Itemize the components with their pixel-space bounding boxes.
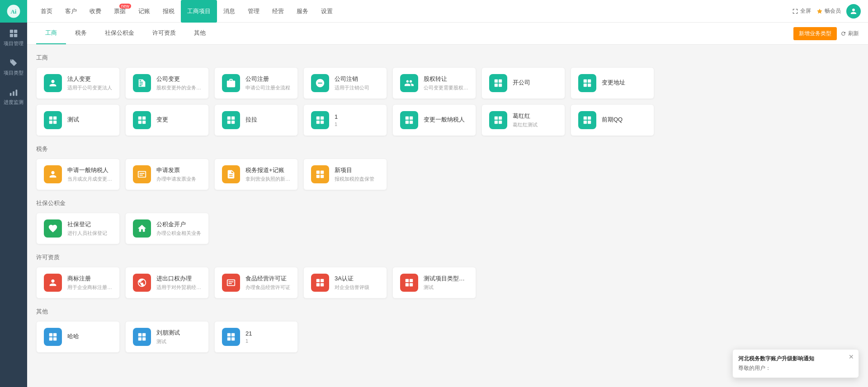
svg-rect-59 — [406, 283, 409, 286]
svg-rect-38 — [499, 117, 502, 120]
card-change-address[interactable]: 变更地址 — [571, 67, 654, 99]
tab-xuke[interactable]: 许可资质 — [143, 23, 185, 44]
card-info-mahonghong: 葛红红 葛红红测试 — [513, 112, 557, 128]
card-lala[interactable]: 拉拉 — [214, 104, 298, 136]
svg-text:Ai: Ai — [11, 9, 17, 15]
tab-shuiwu[interactable]: 税务 — [66, 23, 96, 44]
svg-rect-63 — [49, 337, 52, 340]
card-twenty-one[interactable]: 21 1 — [214, 321, 298, 353]
tab-shebao[interactable]: 社保公积金 — [96, 23, 143, 44]
card-title-test: 测试 — [67, 116, 112, 124]
tab-gongshang[interactable]: 工商 — [36, 23, 66, 44]
svg-rect-70 — [231, 333, 235, 336]
card-title-fund-open: 公积金开户 — [156, 220, 201, 228]
nav-manage[interactable]: 管理 — [241, 0, 266, 23]
logo[interactable]: Ai — [0, 0, 27, 23]
grid-icon — [8, 28, 19, 39]
section-title-xuke: 许可资质 — [36, 253, 859, 261]
svg-rect-44 — [588, 121, 591, 124]
svg-rect-2 — [10, 30, 13, 33]
nav-billing[interactable]: 收费 — [83, 0, 108, 23]
card-haha[interactable]: 哈哈 — [36, 321, 120, 353]
svg-rect-19 — [49, 121, 52, 124]
avatar[interactable] — [846, 4, 861, 19]
card-apply-taxpayer[interactable]: 申请一般纳税人 当月或次月成变更完成 — [36, 159, 120, 190]
card-info-change-taxpayer: 变更一般纳税人 — [424, 116, 468, 125]
sidebar-item-project-type[interactable]: 项目类型 — [0, 52, 27, 81]
fullscreen-button[interactable]: 全屏 — [792, 7, 811, 15]
svg-rect-42 — [588, 117, 591, 120]
card-liupeng-test[interactable]: 刘朋测试 测试 — [125, 321, 209, 353]
new-badge: new — [119, 4, 131, 9]
nav-biz[interactable]: 工商项目 — [181, 0, 217, 23]
card-info-equity-transfer: 股权转让 公司变更需要股权转让 — [424, 75, 468, 91]
vip-label: 畅会员 — [825, 7, 841, 15]
card-desc-mahonghong: 葛红红测试 — [513, 121, 557, 128]
card-open-company[interactable]: 开公司 — [481, 67, 565, 99]
nav-operation[interactable]: 经营 — [266, 0, 290, 23]
card-biangengg[interactable]: 变更 — [125, 104, 209, 136]
card-apply-invoice[interactable]: 申请发票 办理申请发票业务 — [125, 159, 209, 190]
svg-rect-25 — [227, 117, 231, 120]
card-trademark[interactable]: 商标注册 用于企业商标注册服务 — [36, 267, 120, 298]
card-info-food-license: 食品经营许可证 办理食品经营许可证 — [245, 275, 290, 291]
card-info-social-register: 社保登记 进行人员社保登记 — [67, 220, 112, 237]
nav-settings[interactable]: 设置 — [315, 0, 339, 23]
card-title-apply-invoice: 申请发票 — [156, 166, 201, 174]
tab-other[interactable]: 其他 — [185, 23, 215, 44]
card-import-export[interactable]: 进出口权办理 适用于对外贸易经营者 — [125, 267, 209, 298]
card-test-type[interactable]: 测试项目类型定义 测试 — [392, 267, 476, 298]
card-info-qq: 前期QQ — [602, 116, 646, 125]
section-title-shuiwu: 税务 — [36, 145, 859, 153]
card-equity-transfer[interactable]: 股权转让 公司变更需要股权转让 — [392, 67, 476, 99]
card-3a-cert[interactable]: 3A认证 对企业信誉评级 — [303, 267, 387, 298]
main-area: 首页 客户 收费 票据 new 记账 报税 工商项目 消息 管理 经营 服务 设… — [27, 0, 868, 387]
refresh-button[interactable]: 刷新 — [840, 30, 859, 37]
card-icon-company-cancel — [311, 74, 329, 92]
card-change-taxpayer[interactable]: 变更一般纳税人 — [392, 104, 476, 136]
card-new-project[interactable]: 新项目 报税加税控盘保管 — [303, 159, 387, 190]
vip-button[interactable]: 畅会员 — [816, 7, 841, 15]
card-icon-lala — [222, 111, 240, 129]
card-icon-change-taxpayer — [400, 111, 418, 129]
card-title-3a-cert: 3A认证 — [335, 275, 379, 283]
svg-rect-37 — [495, 117, 498, 120]
nav-client[interactable]: 客户 — [59, 0, 83, 23]
card-one[interactable]: 1 1 — [303, 104, 387, 136]
card-company-change[interactable]: 公司变更 股权变更外的业务变更 — [125, 67, 209, 99]
card-title-new-project: 新项目 — [335, 166, 379, 174]
svg-rect-68 — [142, 337, 146, 340]
nav-accounting[interactable]: 记账 — [132, 0, 156, 23]
card-info-company-register: 公司注册 申请公司注册全流程 — [245, 75, 290, 91]
svg-rect-64 — [53, 337, 57, 340]
card-test[interactable]: 测试 — [36, 104, 120, 136]
card-title-biangengg: 变更 — [156, 116, 201, 124]
add-type-button[interactable]: 新增业务类型 — [793, 27, 837, 40]
nav-home[interactable]: 首页 — [34, 0, 59, 23]
card-food-license[interactable]: 食品经营许可证 办理食品经营许可证 — [214, 267, 298, 298]
tabs-actions: 新增业务类型 刷新 — [793, 27, 859, 40]
sidebar-item-project-manage[interactable]: 项目管理 — [0, 23, 27, 52]
card-fund-open[interactable]: 公积金开户 办理公积金相关业务 — [125, 213, 209, 244]
card-tax-report[interactable]: 税务报道+记账 拿到营业执照的新公司 — [214, 159, 298, 190]
nav-tax[interactable]: 报税 — [156, 0, 181, 23]
card-legal-change[interactable]: 法人变更 适用于公司变更法人 — [36, 67, 120, 99]
svg-rect-28 — [231, 121, 235, 124]
nav-ticket[interactable]: 票据 new — [108, 0, 132, 23]
svg-rect-49 — [316, 175, 320, 178]
card-title-food-license: 食品经营许可证 — [245, 275, 290, 283]
svg-rect-65 — [138, 333, 142, 336]
card-icon-test-type — [400, 274, 418, 292]
card-company-cancel[interactable]: 公司注销 适用于注销公司 — [303, 67, 387, 99]
sidebar-item-progress-monitor[interactable]: 进度监测 — [0, 81, 27, 111]
card-company-register[interactable]: 公司注册 申请公司注册全流程 — [214, 67, 298, 99]
card-qq[interactable]: 前期QQ — [571, 104, 654, 136]
nav-message[interactable]: 消息 — [217, 0, 241, 23]
card-social-register[interactable]: 社保登记 进行人员社保登记 — [36, 213, 120, 244]
card-mahonghong[interactable]: 葛红红 葛红红测试 — [481, 104, 565, 136]
card-title-mahonghong: 葛红红 — [513, 112, 557, 120]
notification-close[interactable]: ✕ — [849, 353, 854, 360]
card-info-biangengg: 变更 — [156, 116, 201, 125]
svg-rect-15 — [584, 84, 587, 87]
nav-service[interactable]: 服务 — [290, 0, 315, 23]
